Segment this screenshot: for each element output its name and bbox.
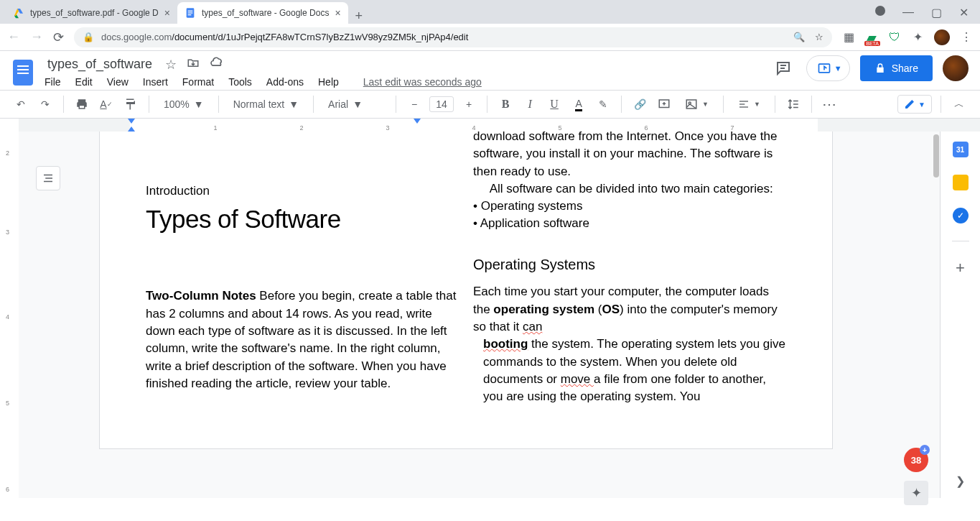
spellcheck-button[interactable]: A✓ xyxy=(97,94,116,114)
keep-icon[interactable] xyxy=(953,175,969,190)
underline-button[interactable]: U xyxy=(545,94,564,114)
vertical-scrollbar[interactable] xyxy=(933,134,939,177)
present-button[interactable]: ▼ xyxy=(806,55,850,81)
show-outline-button[interactable] xyxy=(36,166,60,190)
extensions-area: ▦ ▰BETA 🛡 ✦ ⋮ xyxy=(842,29,973,45)
editing-mode-button[interactable]: ▼ xyxy=(897,95,932,114)
increase-font-size-button[interactable]: + xyxy=(459,94,478,114)
profile-avatar[interactable] xyxy=(934,29,950,45)
document-title[interactable]: types_of_software xyxy=(45,55,155,73)
decrease-font-size-button[interactable]: − xyxy=(405,94,424,114)
formatting-toolbar: ↶ ↷ A✓ 100%▼ Normal text▼ Arial▼ − 14 + … xyxy=(0,90,980,119)
vertical-ruler[interactable]: 2 3 4 5 6 xyxy=(0,132,19,498)
share-button[interactable]: Share xyxy=(860,55,933,81)
insert-image-button[interactable]: ▼ xyxy=(679,98,714,111)
extension-icon[interactable]: ▦ xyxy=(842,31,855,44)
close-icon[interactable]: × xyxy=(335,7,340,19)
text-color-button[interactable]: A xyxy=(569,94,588,114)
bold-button[interactable]: B xyxy=(496,94,515,114)
url-host: docs.google.com xyxy=(101,32,172,42)
menu-format[interactable]: Format xyxy=(182,75,214,89)
insert-comment-button[interactable] xyxy=(655,94,673,114)
menu-addons[interactable]: Add-ons xyxy=(266,75,304,89)
minimize-button[interactable]: — xyxy=(902,6,914,19)
body-paragraph: Each time you start your computer, the c… xyxy=(473,283,786,336)
add-addon-button[interactable]: + xyxy=(956,259,965,277)
menu-file[interactable]: File xyxy=(45,75,61,89)
body-paragraph: booting the system. The operating system… xyxy=(473,336,786,405)
body-paragraph: Two-Column Notes Before you begin, creat… xyxy=(146,287,459,392)
intro-label: Introduction xyxy=(146,183,459,200)
extension-icon[interactable]: 🛡 xyxy=(888,31,901,44)
menu-insert[interactable]: Insert xyxy=(143,75,168,89)
menu-bar: File Edit View Insert Format Tools Add-o… xyxy=(45,75,482,89)
extension-icon[interactable]: ▰BETA xyxy=(865,31,878,44)
cloud-status-icon[interactable] xyxy=(210,55,224,73)
zoom-icon[interactable]: 🔍 xyxy=(793,32,805,42)
bullet-item: • Operating systems xyxy=(473,198,786,215)
redo-button[interactable]: ↷ xyxy=(36,94,55,114)
forward-button[interactable]: → xyxy=(30,29,43,45)
browser-tab-docs[interactable]: types_of_software - Google Docs × xyxy=(177,2,348,24)
svg-rect-1 xyxy=(188,11,193,11)
lock-icon: 🔒 xyxy=(83,32,94,42)
tab-title: types_of_software.pdf - Google D xyxy=(30,8,159,18)
left-indent-marker[interactable] xyxy=(128,119,135,124)
column-left[interactable]: Introduction Types of Software Two-Colum… xyxy=(146,132,459,405)
paragraph-style-select[interactable]: Normal text▼ xyxy=(228,98,304,110)
right-indent-marker[interactable] xyxy=(414,119,421,124)
address-bar[interactable]: 🔒 docs.google.com/document/d/1uJrPejqtZF… xyxy=(74,27,832,47)
first-line-indent-marker[interactable] xyxy=(128,126,135,132)
column-right[interactable]: download software from the Internet. Onc… xyxy=(473,132,786,405)
star-icon[interactable]: ☆ xyxy=(165,57,177,73)
account-icon[interactable] xyxy=(875,6,885,16)
bullet-item: • Application software xyxy=(473,215,786,232)
document-page[interactable]: Introduction Types of Software Two-Colum… xyxy=(99,132,833,449)
menu-help[interactable]: Help xyxy=(318,75,339,89)
comments-button[interactable] xyxy=(770,55,796,81)
paint-format-button[interactable] xyxy=(121,94,140,114)
svg-rect-2 xyxy=(188,12,193,13)
highlight-button[interactable]: ✎ xyxy=(594,94,612,114)
window-controls: — ▢ ✕ xyxy=(875,6,980,24)
new-tab-button[interactable]: + xyxy=(348,9,370,24)
tab-title: types_of_software - Google Docs xyxy=(202,8,329,18)
close-icon[interactable]: × xyxy=(164,7,170,19)
menu-tools[interactable]: Tools xyxy=(228,75,252,89)
zoom-select[interactable]: 100%▼ xyxy=(158,98,210,110)
back-button[interactable]: ← xyxy=(7,29,20,45)
document-canvas[interactable]: Introduction Types of Software Two-Colum… xyxy=(19,132,940,498)
browser-tab-drive[interactable]: types_of_software.pdf - Google D × xyxy=(6,2,177,24)
bookmark-icon[interactable]: ☆ xyxy=(815,32,823,42)
move-icon[interactable] xyxy=(187,56,200,73)
browser-toolbar: ← → ⟳ 🔒 docs.google.com/document/d/1uJrP… xyxy=(0,24,980,51)
undo-button[interactable]: ↶ xyxy=(11,94,30,114)
collapse-toolbar-button[interactable]: ︿ xyxy=(950,94,969,114)
italic-button[interactable]: I xyxy=(521,94,539,114)
font-select[interactable]: Arial▼ xyxy=(322,98,387,110)
extensions-puzzle-icon[interactable]: ✦ xyxy=(911,31,924,44)
print-button[interactable] xyxy=(73,94,91,114)
horizontal-ruler[interactable]: 1 2 3 4 5 6 7 xyxy=(19,119,980,132)
explore-button[interactable]: ✦ xyxy=(904,481,928,505)
insert-link-button[interactable]: 🔗 xyxy=(630,94,649,114)
close-window-button[interactable]: ✕ xyxy=(959,6,969,19)
menu-edit[interactable]: Edit xyxy=(75,75,93,89)
maximize-button[interactable]: ▢ xyxy=(931,6,942,19)
notification-badge[interactable]: 38 xyxy=(904,448,928,472)
last-edit-link[interactable]: Last edit was seconds ago xyxy=(363,76,482,88)
docs-icon xyxy=(185,7,196,19)
account-avatar[interactable] xyxy=(943,55,969,81)
docs-home-button[interactable] xyxy=(9,55,37,90)
align-button[interactable]: ▼ xyxy=(732,98,766,110)
collapse-sidepanel-button[interactable]: ❯ xyxy=(956,474,965,488)
font-size-input[interactable]: 14 xyxy=(429,96,454,112)
line-spacing-button[interactable] xyxy=(784,94,803,114)
tasks-icon[interactable] xyxy=(953,208,969,223)
side-panel: + ❯ xyxy=(940,132,980,498)
reload-button[interactable]: ⟳ xyxy=(53,29,64,45)
menu-view[interactable]: View xyxy=(107,75,129,89)
chrome-menu-icon[interactable]: ⋮ xyxy=(960,31,973,44)
more-tools-button[interactable]: ⋯ xyxy=(821,94,839,114)
calendar-icon[interactable] xyxy=(953,142,969,157)
